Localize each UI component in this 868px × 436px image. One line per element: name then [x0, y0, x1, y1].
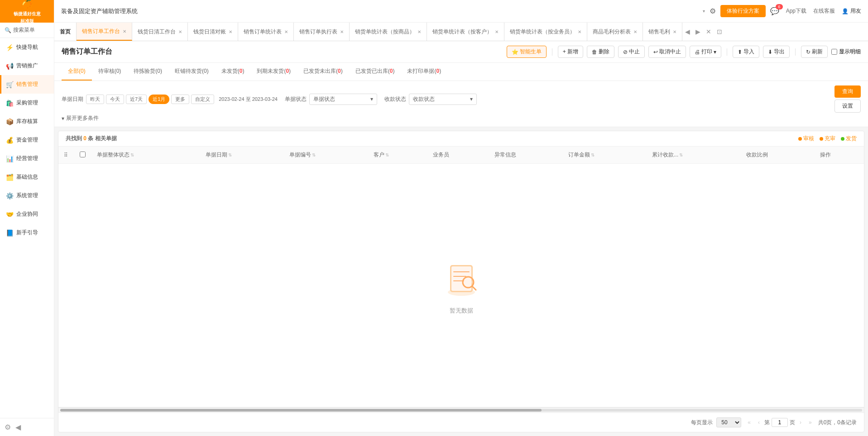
sidebar-item-marketing[interactable]: 📢营销推广 [0, 57, 54, 75]
sub-tab-not-shipped[interactable]: 未发货(0) [215, 63, 251, 81]
stop-button[interactable]: ⊘ 中止 [618, 46, 645, 58]
date-btn-custom[interactable]: 自定义 [191, 95, 214, 104]
last-page-button[interactable]: » [806, 418, 815, 427]
tab-close-sales-stats-by-staff[interactable]: ✕ [578, 29, 581, 34]
sub-tab-expired-not-shipped[interactable]: 到期未发货(0) [250, 63, 297, 81]
tab-sales-order-stats[interactable]: 销售订单统计表✕ [238, 23, 294, 41]
sub-tab-bar: 全部(0)待审核(0)待拣验货(0)旺铺待发货(0)未发货(0)到期未发货(0)… [54, 63, 868, 81]
sidebar-item-sales[interactable]: 🛒销售管理 [0, 75, 54, 94]
tab-sales-gross[interactable]: 销售毛利✕ [643, 23, 682, 41]
sidebar-item-operations[interactable]: 📊经营管理 [0, 149, 54, 168]
tab-label-sales-stats-by-staff: 销货单统计表（按业务员） [510, 28, 575, 36]
batch-audit-button[interactable]: 审核 [798, 135, 814, 142]
sub-tab-shipped-not-in-warehouse[interactable]: 已发货未出库(0) [297, 63, 349, 81]
sidebar-item-quick-nav[interactable]: ⚡快捷导航 [0, 38, 54, 57]
smart-create-label: 智能生单 [520, 48, 542, 56]
tab-expand[interactable]: ⊡ [714, 23, 725, 41]
nav-icon-inventory: 📦 [6, 118, 14, 125]
status-filter-select[interactable]: 单据状态 ▾ [309, 94, 377, 105]
tab-sales-stats-by-staff[interactable]: 销货单统计表（按业务员）✕ [504, 23, 587, 41]
import-button[interactable]: ⬆ 导入 [733, 46, 759, 58]
tab-close-sales-order-exec[interactable]: ✕ [340, 29, 344, 34]
first-page-button[interactable]: « [745, 418, 753, 427]
show-detail-checkbox[interactable] [831, 49, 837, 55]
tab-close-gross-profit-analysis[interactable]: ✕ [633, 29, 637, 34]
sidebar-item-system[interactable]: ⚙️系统管理 [0, 186, 54, 205]
industry-solution-button[interactable]: 体验行业方案 [720, 5, 766, 17]
tab-nav-next[interactable]: ▶ [693, 23, 703, 41]
sub-tab-pending-inspection[interactable]: 待拣验货(0) [127, 63, 168, 81]
tab-cash-goods-reconcile[interactable]: 钱货日清对账✕ [188, 23, 238, 41]
page-size-select[interactable]: 50 10 20 100 [716, 417, 741, 427]
tab-close-cash-goods-reconcile[interactable]: ✕ [229, 29, 232, 34]
sub-tab-not-printed[interactable]: 未打印单据(0) [401, 63, 447, 81]
tab-close-cash-daily-workbench[interactable]: ✕ [178, 29, 182, 34]
message-icon[interactable]: 💬 6 [770, 7, 779, 15]
tab-close-sales-stats-by-customer[interactable]: ✕ [495, 29, 499, 34]
payment-filter-label: 收款状态 [384, 95, 406, 103]
search-menu-button[interactable]: 🔍 搜索菜单 [0, 23, 54, 38]
batch-cancel-audit-button[interactable]: 充审 [820, 135, 835, 142]
page-number-input[interactable] [772, 418, 788, 427]
date-btn-yesterday[interactable]: 昨天 [86, 95, 104, 104]
nav-icon-corp: 🤝 [6, 211, 14, 218]
select-all-checkbox[interactable] [80, 152, 86, 157]
add-button[interactable]: + 新增 [558, 46, 583, 58]
expand-filter-button[interactable]: ▾ 展开更多条件 [62, 114, 861, 122]
tab-sales-stats-by-product[interactable]: 销货单统计表（按商品）✕ [350, 23, 427, 41]
prev-page-button[interactable]: ‹ [755, 418, 762, 427]
tab-close-sales-gross[interactable]: ✕ [673, 29, 676, 34]
set-button[interactable]: 设置 [834, 100, 861, 113]
tab-sales-stats-by-customer[interactable]: 销货单统计表（按客户）✕ [427, 23, 504, 41]
sidebar-item-purchase[interactable]: 🛍️采购管理 [0, 94, 54, 112]
refresh-button[interactable]: ↻ 刷新 [801, 46, 828, 58]
sub-tab-wangpu-pending-ship[interactable]: 旺铺待发货(0) [168, 63, 215, 81]
date-btn-last1month[interactable]: 近1月 [149, 95, 169, 104]
sidebar-item-guide[interactable]: 📘新手引导 [0, 223, 54, 242]
horizontal-scrollbar[interactable] [58, 407, 864, 412]
show-detail-checkbox-wrapper[interactable]: 显示明细 [831, 48, 861, 56]
cancel-stop-button[interactable]: ↩ 取消中止 [648, 46, 686, 58]
tab-close-sales-stats-by-product[interactable]: ✕ [417, 29, 421, 34]
sidebar-item-corp[interactable]: 🤝企业协同 [0, 205, 54, 223]
payment-filter-select[interactable]: 收款状态 ▾ [409, 94, 477, 105]
sidebar-item-base-info[interactable]: 🗂️基础信息 [0, 168, 54, 186]
date-btn-more[interactable]: 更多 [171, 95, 189, 104]
date-btn-today[interactable]: 今天 [106, 95, 124, 104]
next-page-button[interactable]: › [797, 418, 804, 427]
tab-sales-order-exec[interactable]: 销售订单执行表✕ [294, 23, 350, 41]
print-button[interactable]: 🖨 打印 ▾ [690, 46, 721, 58]
tab-close-sales-order-stats[interactable]: ✕ [284, 29, 288, 34]
tab-close-all[interactable]: ✕ [703, 23, 714, 41]
date-btn-last7[interactable]: 近7天 [126, 95, 147, 104]
page-title: 销售订单工作台 [62, 47, 112, 57]
user-menu[interactable]: 👤 用友 [842, 7, 861, 15]
sidebar-item-finance[interactable]: 💰资金管理 [0, 131, 54, 149]
tab-sales-order-workbench[interactable]: 销售订单工作台✕ [77, 23, 132, 41]
online-service-link[interactable]: 在线客服 [813, 7, 835, 15]
delete-button[interactable]: 🗑 删除 [587, 46, 614, 58]
system-title-dropdown[interactable]: ▾ [703, 9, 705, 14]
tab-gross-profit-analysis[interactable]: 商品毛利分析表✕ [587, 23, 643, 41]
gear-icon[interactable]: ⚙ [710, 7, 716, 15]
tab-nav-prev[interactable]: ◀ [682, 23, 693, 41]
search-button[interactable]: 查询 [834, 85, 861, 98]
app-download-link[interactable]: App下载 [786, 7, 806, 15]
tab-home[interactable]: 首页 [54, 23, 77, 41]
tab-cash-daily-workbench[interactable]: 钱货日清工作台✕ [132, 23, 188, 41]
table-result-info: 共找到 0 条 相关单据 [66, 135, 117, 142]
export-button[interactable]: ⬇ 导出 [763, 46, 790, 58]
collapse-icon[interactable]: ◀ [15, 423, 21, 431]
batch-ship-button[interactable]: 发货 [841, 135, 857, 142]
sidebar-item-inventory[interactable]: 📦库存核算 [0, 112, 54, 131]
tab-close-sales-order-workbench[interactable]: ✕ [123, 29, 126, 34]
expand-label: 展开更多条件 [66, 114, 99, 122]
delete-icon: 🗑 [592, 49, 597, 55]
settings-icon[interactable]: ⚙ [5, 423, 11, 431]
sub-tab-all[interactable]: 全部(0) [62, 63, 92, 81]
sidebar-bottom: ⚙ ◀ [0, 418, 54, 436]
stop-icon: ⊘ [623, 49, 628, 55]
sub-tab-shipped-out-warehouse[interactable]: 已发货已出库(0) [349, 63, 401, 81]
smart-create-button[interactable]: ⭐ 智能生单 [507, 46, 547, 58]
sub-tab-pending-review[interactable]: 待审核(0) [92, 63, 128, 81]
